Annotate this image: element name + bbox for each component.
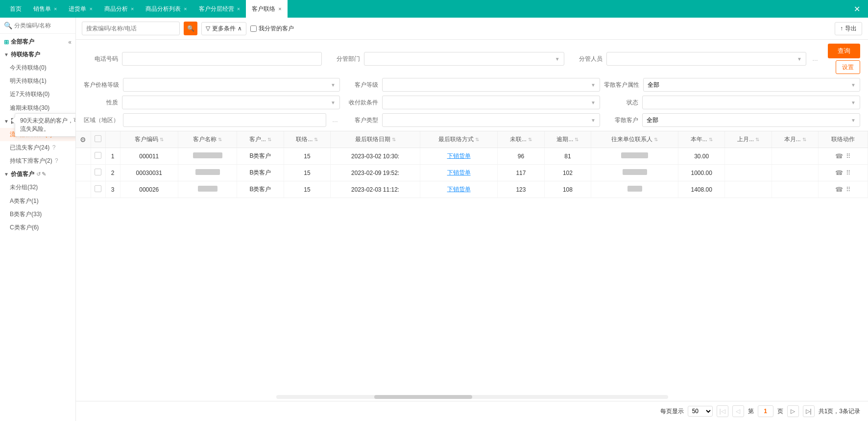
th-not-contacted[interactable]: 未联... ⇅ (498, 131, 545, 148)
nav-tab-sales[interactable]: 销售单 × (27, 0, 63, 18)
customer-type-select[interactable]: ▼ (382, 113, 600, 127)
nav-tab-product-analysis-list[interactable]: 商品分析列表 × (140, 0, 193, 18)
row-checkbox-2[interactable] (95, 185, 101, 192)
header-checkbox[interactable] (95, 135, 101, 142)
action-contact-icon-1[interactable]: ☎ (835, 169, 843, 176)
my-customers-checkbox-label[interactable]: 我分管的客户 (250, 25, 294, 33)
th-level[interactable]: 客户... ⇅ (237, 131, 284, 148)
phone-input[interactable] (122, 52, 322, 66)
th-last-contact-date[interactable]: 最后联络日期 ⇅ (331, 131, 420, 148)
value-customers-label: 价值客户 (11, 170, 34, 178)
nav-tab-home[interactable]: 首页 (4, 0, 27, 18)
cell-name-0 (178, 148, 237, 165)
edit-icon[interactable]: ✎ (42, 171, 46, 177)
main-search-input[interactable] (82, 22, 180, 35)
setting-button[interactable]: 设置 (836, 60, 860, 74)
my-customers-checkbox[interactable] (250, 25, 257, 32)
query-button[interactable]: 查询 (828, 44, 860, 58)
sidebar-item-already-churned[interactable]: 已流失客户(24) ? (0, 141, 75, 154)
filter-field-customer-type: 客户类型 ▼ (344, 113, 600, 127)
main-search-button[interactable]: 🔍 (184, 22, 197, 35)
price-level-select[interactable]: ▼ (123, 78, 340, 92)
sidebar-section-pending-contact[interactable]: ▼ 待联络客户 (0, 48, 75, 61)
action-contact-icon-2[interactable]: ☎ (835, 186, 843, 193)
contact-method-link-0[interactable]: 下销货单 (447, 152, 471, 159)
sidebar-item-overdue-contact[interactable]: 逾期未联络(30) (0, 101, 75, 115)
sidebar-item-week-contact[interactable]: 近7天待联络(0) (0, 88, 75, 101)
filter-field-price-level: 客户价格等级 ▼ (84, 78, 340, 92)
nav-tab-sales-close[interactable]: × (54, 6, 57, 12)
status-select[interactable]: ▼ (642, 96, 860, 109)
sidebar-search-input[interactable] (14, 22, 76, 29)
export-button[interactable]: ↑ 导出 (835, 22, 862, 35)
nav-tab-customer-contact[interactable]: 客户联络 × (246, 0, 287, 18)
th-this-month[interactable]: 本月... ⇅ (772, 131, 819, 148)
manager-select[interactable]: ▼ (606, 52, 806, 66)
more-conditions-button[interactable]: ▽ 更多条件 ∧ (201, 22, 246, 35)
th-this-year[interactable]: 本年... ⇅ (678, 131, 725, 148)
sidebar-item-tomorrow-contact[interactable]: 明天待联络(1) (0, 74, 75, 88)
department-select[interactable]: ▼ (364, 52, 564, 66)
sidebar-item-continuous-decline[interactable]: 持续下滑客户(2) ? (0, 154, 75, 168)
sidebar-item-unclassified[interactable]: 未分组(32) (0, 181, 75, 194)
nav-tab-purchase[interactable]: 进货单 × (63, 0, 98, 18)
manager-more-dots[interactable]: … (810, 55, 820, 62)
refresh-icon[interactable]: ↺ (36, 171, 41, 177)
sidebar-item-today-contact[interactable]: 今天待联络(0) (0, 61, 75, 74)
filter-row-4: 区域（地区） … 客户类型 ▼ 零散客户 全部 (84, 113, 860, 127)
filter-field-region: 区域（地区） … (84, 113, 340, 127)
th-last-month[interactable]: 上月... ⇅ (725, 131, 772, 148)
prev-page-button[interactable]: ◁ (732, 405, 744, 417)
payment-terms-select[interactable]: ▼ (382, 96, 600, 109)
filter-right-actions: 查询 设置 (824, 44, 860, 74)
page-number-input[interactable] (758, 405, 773, 417)
region-select[interactable] (123, 113, 326, 127)
th-contact[interactable]: 联络... ⇅ (284, 131, 331, 148)
nav-tab-customer-segment[interactable]: 客户分层经营 × (193, 0, 246, 18)
sidebar-item-class-c[interactable]: C类客户(6) (0, 221, 75, 234)
th-overdue[interactable]: 逾期... ⇅ (544, 131, 591, 148)
horizontal-scroll-thumb[interactable] (374, 395, 472, 399)
th-code[interactable]: 客户编码 ⇅ (120, 131, 178, 148)
next-page-button[interactable]: ▷ (787, 405, 799, 417)
nav-tab-product-analysis[interactable]: 商品分析 × (98, 0, 140, 18)
zero-retail-select[interactable]: 全部 ▼ (642, 113, 860, 127)
sidebar-all-customers-header[interactable]: ⊞ 全部客户 « (0, 34, 75, 48)
th-unit-contacts[interactable]: 往来单位联系人 ⇅ (591, 131, 678, 148)
nav-tab-product-analysis-close[interactable]: × (131, 6, 134, 12)
per-page-select[interactable]: 50 100 200 (688, 406, 713, 417)
gender-select[interactable]: ▼ (122, 96, 340, 109)
sidebar-section-value-customers[interactable]: ▼ 价值客户 ↺ ✎ (0, 168, 75, 181)
sidebar-item-class-a[interactable]: A类客户(1) (0, 195, 75, 208)
gear-icon[interactable]: ⚙ (80, 136, 86, 144)
nav-tab-purchase-close[interactable]: × (89, 6, 92, 12)
region-more-dots[interactable]: … (330, 117, 340, 124)
cell-last-contact-method-1: 下销货单 (420, 165, 498, 181)
sidebar-item-class-b[interactable]: B类客户(33) (0, 208, 75, 221)
row-checkbox-0[interactable] (95, 152, 101, 159)
nav-tab-customer-contact-close[interactable]: × (278, 6, 281, 12)
decline-help-icon: ? (55, 157, 58, 164)
th-this-month-sort-icon: ⇅ (802, 137, 806, 142)
value-customers-arrow-icon: ▼ (4, 172, 9, 177)
horizontal-scroll-track[interactable] (276, 395, 668, 399)
zero-retail-attr-select[interactable]: 全部 ▼ (643, 78, 860, 92)
sidebar-collapse-button[interactable]: « (68, 39, 72, 46)
nav-tab-customer-segment-close[interactable]: × (237, 6, 240, 12)
last-page-button[interactable]: ▷| (803, 405, 815, 417)
th-last-contact-method[interactable]: 最后联络方式 ⇅ (420, 131, 498, 148)
action-more-icon-1[interactable]: ⠿ (846, 169, 851, 176)
first-page-button[interactable]: |◁ (717, 405, 728, 417)
customer-level-select[interactable]: ▼ (382, 78, 600, 92)
action-contact-icon-0[interactable]: ☎ (835, 152, 843, 160)
window-close-button[interactable]: ✕ (850, 4, 864, 14)
contact-method-link-2[interactable]: 下销货单 (447, 186, 471, 193)
th-name[interactable]: 客户名称 ⇅ (178, 131, 237, 148)
nav-tab-product-analysis-list-close[interactable]: × (184, 6, 187, 12)
all-customers-label: 全部客户 (11, 38, 34, 46)
contact-method-link-1[interactable]: 下销货单 (447, 169, 471, 176)
action-more-icon-2[interactable]: ⠿ (846, 186, 851, 193)
action-more-icon-0[interactable]: ⠿ (846, 152, 851, 160)
top-nav: 首页 销售单 × 进货单 × 商品分析 × 商品分析列表 × 客户分层经营 × … (0, 0, 868, 18)
row-checkbox-1[interactable] (95, 169, 101, 175)
